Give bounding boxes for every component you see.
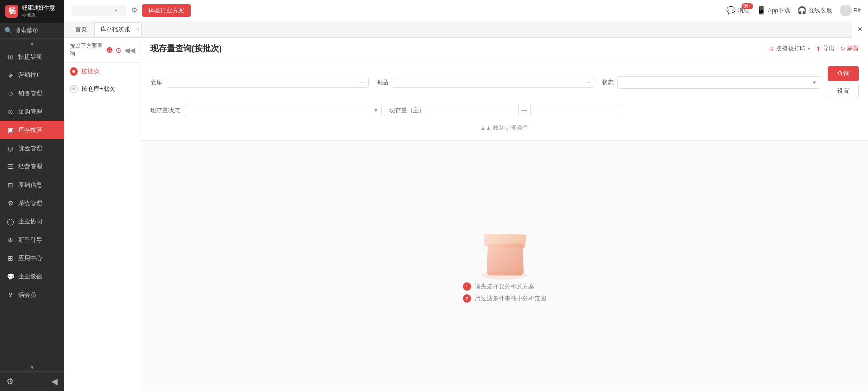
tip-text-1: 请先选择要分析的方案 [475,282,534,291]
scheme-batch-label: 按批次 [82,67,99,76]
app-download-btn[interactable]: 📱 App下载 [757,6,790,15]
sidebar-item-basic[interactable]: ⊡ 基础信息 [0,176,64,194]
online-service-label: 在线客服 [808,6,832,15]
sidebar-item-label: 新手引导 [18,236,42,244]
sidebar-item-appstore[interactable]: ⊞ 应用中心 [0,249,64,267]
wechat-icon: 💬 [6,272,15,281]
sidebar-item-member[interactable]: V 畅会员 [0,286,64,304]
app-download-label: App下载 [768,6,790,15]
user-menu[interactable]: Rit [840,5,861,16]
export-btn[interactable]: ⬆ 导出 [816,44,835,53]
sidebar-header: 畅 畅康通好生意 标准版 [0,0,64,23]
scheme-warehouse-batch-icon [70,85,78,93]
empty-tips: 1 请先选择要分析的方案 2 用过滤条件来缩小分析范围 [463,282,546,303]
sidebar-item-operations[interactable]: ☰ 经营管理 [0,157,64,176]
status-dropdown[interactable]: ▾ [617,76,820,89]
sidebar-item-enterprise[interactable]: ◯ 企业协同 [0,212,64,231]
tabs-close-panel-btn[interactable]: × [852,21,868,38]
sidebar-item-guide[interactable]: ⊕ 新手引导 [0,231,64,249]
refresh-icon: ↻ [840,45,845,52]
goods-more-icon[interactable]: ··· [586,80,590,85]
export-icon: ⬆ [816,45,821,52]
tabs-bar: 首页 库存批次账 × × [64,21,868,38]
sidebar-item-wechat[interactable]: 💬 企业微信 [0,267,64,286]
filter-row-2: 现存量状态 ▾ 现存量（主） — [150,104,859,116]
right-panel: 现存量查询(按批次) 🖨 按模板打印 ▾ ⬆ 导出 ↻ 刷新 [141,38,868,391]
warehouse-more-icon[interactable]: ··· [361,80,365,85]
sidebar-scroll-down[interactable]: ▼ [0,363,64,371]
add-scheme-btn[interactable]: ⊕ [106,45,113,55]
goods-input[interactable]: ··· [392,77,595,88]
query-btn[interactable]: 查询 [828,66,859,81]
tab-home[interactable]: 首页 [70,23,93,36]
collapse-arrow-icon: ▲▲ [480,125,491,131]
messages-badge: 99+ [742,3,753,9]
empty-tip-1: 1 请先选择要分析的方案 [463,282,546,291]
sidebar-item-sales[interactable]: ◇ 销售管理 [0,84,64,103]
inventory-status-select[interactable]: ▾ [184,104,382,116]
qty-from-input[interactable] [429,104,519,116]
messages-btn[interactable]: 💬 消息 99+ [726,6,749,15]
scheme-item-warehouse-batch[interactable]: 按仓库+批次 [64,80,141,98]
empty-state: 1 请先选择要分析的方案 2 用过滤条件来缩小分析范围 [463,229,546,303]
status-dropdown-icon: ▾ [813,79,816,86]
tab-inventory-batch[interactable]: 库存批次账 × [94,22,142,36]
settings-icon[interactable]: ⚙ [6,376,14,386]
topbar-gear-icon[interactable]: ⚙ [131,6,137,15]
basic-icon: ⊡ [6,181,15,189]
online-service-btn[interactable]: 🎧 在线客服 [797,6,832,15]
warehouse-input[interactable]: ··· [166,77,369,88]
tip-num-1: 1 [463,282,471,291]
sidebar-scroll-up[interactable]: ▲ [0,39,64,48]
warehouse-label: 仓库 [150,78,162,87]
tab-close-btn[interactable]: × [136,26,139,33]
sidebar-item-label: 营销推广 [18,71,42,79]
sidebar-item-purchase[interactable]: ⊙ 采购管理 [0,103,64,121]
sidebar-search[interactable]: 🔍 搜索菜单 [0,23,64,39]
collapse-filter-btn[interactable]: ▲▲ 收起更多条件 [150,122,859,134]
filter-area: 仓库 ··· 商品 ··· 状态 [141,60,868,141]
sidebar-item-label: 库存核算 [18,126,42,134]
phone-icon: 📱 [757,6,766,15]
topbar-dropdown-icon[interactable]: ▾ [115,7,117,14]
topbar-left: ▾ ⚙ 体验行业方案 [71,4,721,17]
qty-to-input[interactable] [530,104,621,116]
sidebar-item-system[interactable]: ⚙ 系统管理 [0,194,64,212]
sidebar-item-label: 畅会员 [18,291,36,299]
print-dropdown-icon[interactable]: ▾ [808,45,810,52]
sidebar-collapse-btn[interactable]: ◀ [51,376,58,386]
system-icon: ⚙ [6,199,15,207]
filter-inventory-status: 现存量状态 ▾ [150,104,382,116]
sidebar-footer: ⚙ ◀ [0,371,64,391]
enterprise-icon: ◯ [6,217,15,226]
scheme-batch-icon [70,67,78,76]
left-panel-actions: ⊕ ⊙ ◀◀ [106,45,135,55]
operations-icon: ☰ [6,163,15,171]
marketing-icon: ◈ [6,71,15,79]
user-avatar [840,5,852,16]
sidebar-item-label: 销售管理 [18,89,42,98]
scheme-item-batch[interactable]: 按批次 [64,63,141,80]
print-btn[interactable]: 🖨 按模板打印 ▾ [768,44,810,53]
filter-status: 状态 ▾ [602,76,820,89]
topbar-search-input[interactable] [75,7,112,14]
sales-icon: ◇ [6,89,15,98]
tip-num-2: 2 [463,294,471,303]
sidebar: 畅 畅康通好生意 标准版 🔍 搜索菜单 ▲ ⊞ 快捷导航 ◈ 营销推广 ◇ 销售… [0,0,64,391]
inventory-icon: ▣ [6,126,15,134]
sidebar-item-marketing[interactable]: ◈ 营销推广 [0,66,64,84]
sidebar-item-shortcuts[interactable]: ⊞ 快捷导航 [0,48,64,66]
qty-separator: — [522,107,527,114]
trial-btn[interactable]: 体验行业方案 [142,4,191,17]
left-panel: 按以下方案查询 ⊕ ⊙ ◀◀ 按批次 按仓库+批次 [64,38,141,391]
finance-icon: ◎ [6,144,15,152]
collapse-left-btn[interactable]: ◀◀ [124,46,135,54]
sidebar-item-label: 资金管理 [18,144,42,152]
settings-btn[interactable]: 设置 [828,84,859,98]
scheme-settings-btn[interactable]: ⊙ [115,46,121,54]
sidebar-item-inventory[interactable]: ▣ 库存核算 [0,121,64,139]
status-label: 状态 [602,78,614,87]
sidebar-item-finance[interactable]: ◎ 资金管理 [0,139,64,157]
inventory-batch-tab-label: 库存批次账 [100,25,130,33]
refresh-btn[interactable]: ↻ 刷新 [840,44,859,53]
